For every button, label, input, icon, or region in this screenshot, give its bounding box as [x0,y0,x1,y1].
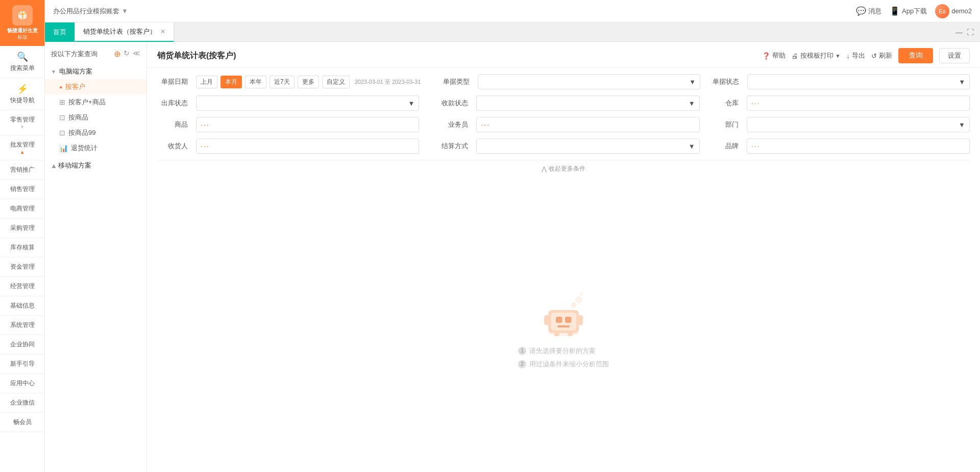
scheme-item-by-customer[interactable]: ● 按客户 [45,79,146,95]
add-scheme-icon[interactable]: ⊕ [114,49,120,59]
collapse-scheme-icon[interactable]: ≪ [133,49,140,59]
order-type-label: 单据类型 [439,77,470,86]
brand-select[interactable]: ··· [747,138,970,154]
order-type-select[interactable]: ▼ [478,74,700,89]
sidebar-item-enterprise-wechat[interactable]: 企业微信 [0,393,44,413]
logo-icon [12,5,33,26]
svg-point-11 [575,296,582,303]
department-select[interactable]: ▼ [747,117,970,132]
svg-rect-6 [544,315,549,325]
salesperson-select[interactable]: ··· [476,117,699,132]
product-select[interactable]: ··· [196,117,419,132]
message-button[interactable]: 💬 消息 [856,6,881,16]
filter-row-3: 商品 ··· 业务员 ··· 部门 ▼ [157,117,970,132]
expand-arrow-mobile-icon: ▶ [51,163,56,168]
scheme-panel-actions: ⊕ ↻ ≪ [114,49,140,59]
chevron-down-icon: ▼ [689,78,696,86]
sidebar-item-system[interactable]: 系统管理 [0,316,44,335]
date-btn-more[interactable]: 更多 [298,76,319,88]
sidebar-item-member[interactable]: 畅会员 [0,413,44,432]
page-title: 销货单统计表(按客户) [157,51,236,61]
sidebar-item-search[interactable]: 🔍 搜索菜单 [0,46,44,78]
payment-status-select[interactable]: ▼ [476,96,699,111]
warehouse-label: 仓库 [708,99,739,108]
sidebar-item-quick-nav[interactable]: ⚡ 快捷导航 [0,78,44,110]
scheme-group-desktop-header[interactable]: ▼ 电脑端方案 [45,64,146,79]
print-button[interactable]: 🖨 按模板打印 ▼ [792,51,841,60]
header-left: 办公用品行业模拟账套 ▼ [53,7,128,16]
scheme-panel: 按以下方案查询 ⊕ ↻ ≪ ▼ 电脑端方案 ● 按客户 ⊞ [45,42,147,472]
sidebar-item-inventory[interactable]: 库存核算 [0,238,44,257]
sidebar-item-operations[interactable]: 经营管理 [0,277,44,296]
sales-stat-tab-label: 销货单统计表（按客户） [83,27,156,36]
scheme-item-label: 按客户 [65,82,85,91]
print-dropdown-icon: ▼ [836,53,841,59]
scheme-group-mobile-header[interactable]: ▶ 移动端方案 [45,158,146,173]
settlement-select[interactable]: ▼ [476,138,699,154]
collapse-button[interactable]: ⋀ 收起更多条件 [542,164,585,173]
user-menu[interactable]: Ea demo2 [935,4,972,18]
empty-tips: 1 请先选择要分析的方案 2 用过滤条件来缩小分析范围 [518,346,609,369]
chevron-down-icon-3: ▼ [408,100,414,107]
scheme-item-label: 按客户+商品 [68,98,106,107]
tab-sales-stat[interactable]: 销货单统计表（按客户） ✕ [75,22,174,42]
outbound-status-select[interactable]: ▼ [196,96,419,111]
date-btn-this-month[interactable]: 本月 [220,76,242,88]
expand-arrow-icon: ▼ [51,69,56,75]
chevron-down-icon-6: ▼ [689,143,695,150]
order-status-select[interactable]: ▼ [747,74,970,89]
tab-home[interactable]: 首页 [45,22,75,42]
scheme-item-by-product[interactable]: ⊡ 按商品 [45,110,146,125]
help-icon: ❓ [762,52,770,60]
scheme-item-return-stat[interactable]: 📊 退货统计 [45,140,146,156]
sidebar-item-retail[interactable]: 零售管理 ▼ [0,110,44,135]
tab-close-icon[interactable]: ✕ [160,28,165,35]
scheme-group-mobile-label: 移动端方案 [58,161,91,170]
warehouse-select[interactable]: ··· [747,96,970,111]
svg-point-10 [571,302,576,308]
app-sub: 标版 [17,34,28,41]
receiver-select[interactable]: ··· [196,138,419,154]
print-icon: 🖨 [792,52,798,60]
refresh-scheme-icon[interactable]: ↻ [124,49,130,59]
sidebar-item-purchase[interactable]: 采购管理 [0,219,44,238]
sidebar-item-ecommerce[interactable]: 电商管理 [0,199,44,219]
chevron-down-icon-5: ▼ [959,121,965,129]
help-button[interactable]: ❓ 帮助 [762,51,786,60]
scheme-item-by-customer-product[interactable]: ⊞ 按客户+商品 [45,95,146,110]
sidebar-item-enterprise-coop[interactable]: 企业协同 [0,335,44,355]
app-download-button[interactable]: 📱 App下载 [890,6,927,16]
sidebar-item-wholesale[interactable]: 批发管理 ▲ [0,135,44,160]
sidebar-item-app-center[interactable]: 应用中心 [0,374,44,393]
date-btn-this-year[interactable]: 本年 [245,76,266,88]
date-filter-group: 上月 本月 本年 近7天 更多 自定义 2023-03-01 至 2023-03… [196,76,421,88]
sidebar-item-sales[interactable]: 销售管理 [0,180,44,199]
empty-tip-1: 1 请先选择要分析的方案 [518,346,609,356]
svg-rect-3 [556,317,562,323]
date-btn-last-7-days[interactable]: 近7天 [270,76,295,88]
date-btn-custom[interactable]: 自定义 [322,76,350,88]
payment-label: 收款状态 [437,99,468,108]
filter-area: 单据日期 上月 本月 本年 近7天 更多 自定义 2023-03-01 至 20… [147,68,980,183]
tab-bar: 首页 销货单统计表（按客户） ✕ — ⛶ [45,22,980,42]
tab-minimize-icon[interactable]: — [955,28,963,36]
filter-row-1: 单据日期 上月 本月 本年 近7天 更多 自定义 2023-03-01 至 20… [157,74,970,89]
date-btn-last-month[interactable]: 上月 [196,76,217,88]
scheme-icon-table2: ⊡ [59,129,65,137]
refresh-button[interactable]: ↺ 刷新 [871,51,892,60]
scheme-panel-title: 按以下方案查询 [51,50,97,59]
svg-point-12 [579,292,583,296]
scheme-icon-bar: 📊 [59,144,68,152]
query-button[interactable]: 查询 [898,48,933,63]
scheme-item-by-product-99[interactable]: ⊡ 按商品99 [45,125,146,140]
message-icon: 💬 [856,6,866,16]
tab-maximize-icon[interactable]: ⛶ [967,28,974,36]
sidebar-item-finance[interactable]: 资金管理 [0,257,44,277]
sidebar-item-new-guide[interactable]: 新手引导 [0,355,44,374]
sidebar-item-marketing[interactable]: 营销推广 [0,160,44,180]
sidebar-item-base-info[interactable]: 基础信息 [0,296,44,316]
settings-button[interactable]: 设置 [939,48,970,63]
export-button[interactable]: ↓ 导出 [847,51,866,60]
collapse-row: ⋀ 收起更多条件 [157,160,970,177]
app-title-dropdown[interactable]: 办公用品行业模拟账套 ▼ [53,7,128,16]
